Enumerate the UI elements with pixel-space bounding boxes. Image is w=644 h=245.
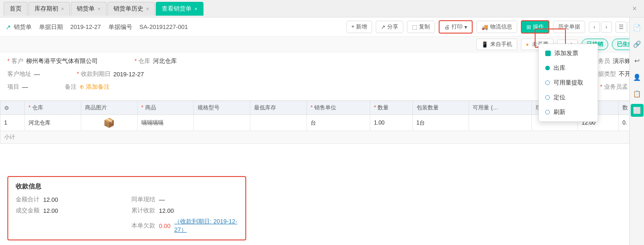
payment-due-row: 本单欠款 0.00 （收款到期日: 2019-12-27） [131, 217, 238, 234]
dropdown-locate[interactable]: 定位 [539, 90, 598, 105]
available-qty-icon [545, 80, 550, 85]
print-dropdown-icon: ▾ [464, 24, 467, 30]
nav-buttons: ‹ › [589, 22, 612, 33]
operate-button[interactable]: ⊞ 操作 [521, 20, 549, 34]
td-image: 📦 [81, 115, 137, 131]
outbound-label: 出库 [554, 64, 565, 72]
from-phone-button[interactable]: 📱 来自手机 [476, 39, 517, 50]
th-unit: 销售单位 [306, 101, 370, 115]
operate-icon: ⊞ [526, 24, 531, 30]
sidebar-return-icon[interactable]: ↩ [631, 54, 644, 67]
doc-type-icon: ↗ [6, 23, 11, 31]
doc-meta: 单据日期 2019-12-27 单据编号 SA-20191227-001 [39, 23, 188, 31]
warehouse-label: 仓库 [135, 57, 151, 65]
tab-inventory-close[interactable]: × [61, 6, 64, 11]
note-label: 备注 [65, 83, 77, 91]
next-button[interactable]: › [601, 22, 612, 33]
plus-icon: ⊕ [79, 83, 84, 90]
copy-button[interactable]: ⬚ 复制 [407, 21, 435, 33]
project-label: 项目 [7, 83, 19, 91]
number-value: SA-20191227-001 [140, 23, 188, 30]
th-qty: 数量 [370, 101, 412, 115]
right-sidebar: 📄 🔗 ↩ 👤 📋 ⬜ [629, 17, 644, 245]
transaction-label: 成交金额 [16, 206, 40, 215]
td-qty: 1.00 [370, 115, 412, 131]
td-available [469, 115, 532, 131]
available-qty-label: 可用量提取 [554, 79, 583, 87]
refresh-label: 刷新 [554, 108, 565, 116]
dropdown-refresh[interactable]: 刷新 [539, 105, 598, 120]
new-button[interactable]: + 新增 [346, 21, 372, 33]
sidebar-expand-icon[interactable]: ⬜ [631, 104, 644, 117]
gear-icon[interactable]: ⚙ [4, 105, 9, 111]
list-view-button[interactable]: ☰ [616, 22, 627, 33]
td-pack-qty: 1台 [412, 115, 469, 131]
td-spec [194, 115, 250, 131]
note-field: 备注 ⊕ 添加备注 [65, 83, 110, 91]
tab-view-sales[interactable]: 查看销货单 × [156, 2, 203, 16]
share-button[interactable]: ↗ 分享 [376, 21, 403, 33]
add-invoice-label: 添加发票 [554, 49, 578, 57]
copy-icon: ⬚ [412, 24, 417, 30]
dropdown-menu: 添加发票 出库 可用量提取 定位 刷新 [538, 44, 598, 122]
due-value: 0.00 [159, 222, 170, 229]
customer-field: 客户 柳州粤港平安气体有限公司 [7, 57, 98, 65]
logistics-button[interactable]: 🚚 物流信息 [476, 21, 517, 33]
sidebar-clipboard-icon[interactable]: 📋 [631, 87, 644, 100]
locate-label: 定位 [554, 93, 565, 102]
tab-sales-close[interactable]: × [97, 6, 100, 11]
due-label: 本单欠款 [131, 222, 155, 230]
address-field: 客户地址 — [7, 70, 40, 78]
tab-sales-history-close[interactable]: × [146, 6, 149, 11]
project-field: 项目 — [7, 83, 28, 91]
tab-sales-label: 销货单 [77, 5, 95, 13]
sidebar-link-icon[interactable]: 🔗 [631, 38, 644, 51]
th-spec: 规格型号 [194, 101, 250, 115]
tab-sales-history[interactable]: 销货单历史 × [107, 2, 155, 16]
logistics-icon: 🚚 [481, 24, 488, 30]
dropdown-add-invoice[interactable]: 添加发票 [539, 46, 598, 61]
tab-home[interactable]: 首页 [4, 2, 28, 16]
number-label: 单据编号 [108, 23, 132, 31]
payment-grid: 金额合计 12.00 同单现结 — 成交金额 12.00 累计收款 12.00 [16, 195, 238, 234]
payment-title: 收款信息 [16, 182, 238, 191]
doc-header: ↗ 销货单 单据日期 2019-12-27 单据编号 SA-20191227-0… [0, 17, 644, 37]
add-note-button[interactable]: ⊕ 添加备注 [79, 83, 110, 91]
tab-inventory[interactable]: 库存期初 × [28, 2, 70, 16]
address-label: 客户地址 [7, 70, 31, 78]
sidebar-user-icon[interactable]: 👤 [631, 71, 644, 84]
th-product: 商品 [137, 101, 194, 115]
due-date-value: 2019-12-27 [113, 71, 144, 78]
tab-view-sales-close[interactable]: × [194, 6, 197, 11]
sidebar-doc-icon[interactable]: 📄 [631, 21, 644, 34]
payment-same-order-row: 同单现结 — [131, 195, 238, 204]
tab-sales-history-label: 销货单历史 [113, 5, 143, 13]
dropdown-outbound[interactable]: 出库 [539, 61, 598, 75]
payment-total-row: 金额合计 12.00 [16, 195, 122, 204]
history-button[interactable]: 历史单据 [553, 21, 585, 33]
tab-sales[interactable]: 销货单 × [71, 2, 106, 16]
th-settings[interactable]: ⚙ [0, 101, 25, 115]
add-invoice-icon [545, 51, 551, 56]
total-label: 金额合计 [16, 195, 40, 204]
doc-actions: + 新增 ↗ 分享 ⬚ 复制 🖨 打印 ▾ 🚚 物流信息 [346, 20, 638, 34]
cumulative-label: 累计收款 [131, 206, 155, 215]
warehouse-value: 河北仓库 [153, 57, 177, 65]
th-pack-qty: 包装数量 [412, 101, 469, 115]
cumulative-value: 12.00 [159, 207, 174, 214]
td-min-stock [250, 115, 307, 131]
outbound-icon [545, 66, 550, 70]
dropdown-available-qty[interactable]: 可用量提取 [539, 75, 598, 90]
window-close-button[interactable]: × [629, 5, 640, 13]
date-value: 2019-12-27 [70, 23, 101, 30]
doc-type-label: 销货单 [14, 23, 32, 31]
address-value: — [34, 71, 40, 78]
same-order-label: 同单现结 [131, 195, 155, 204]
total-value: 12.00 [43, 196, 58, 203]
due-extra[interactable]: （收款到期日: 2019-12-27） [174, 217, 238, 234]
print-button[interactable]: 🖨 打印 ▾ [439, 20, 473, 34]
phone-icon: 📱 [481, 41, 488, 48]
tab-bar: 首页 库存期初 × 销货单 × 销货单历史 × 查看销货单 × × [0, 0, 644, 17]
project-value: — [22, 84, 28, 91]
prev-button[interactable]: ‹ [589, 22, 600, 33]
